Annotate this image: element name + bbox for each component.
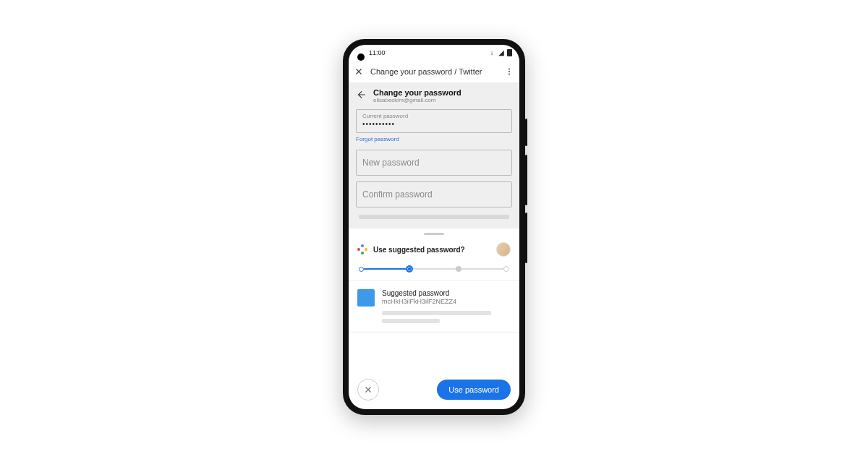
- wifi-icon: [488, 50, 495, 56]
- step-node-2-gear-icon: [406, 265, 413, 273]
- assistant-logo-icon: [357, 244, 367, 254]
- drag-handle[interactable]: [424, 233, 444, 235]
- volume-up-button[interactable]: [525, 155, 527, 205]
- use-password-button[interactable]: Use password: [437, 380, 511, 400]
- current-password-field[interactable]: Current password ••••••••••: [356, 109, 512, 133]
- svg-point-0: [509, 69, 510, 70]
- progress-steps: [349, 262, 519, 280]
- content-skeleton: [359, 215, 509, 219]
- sheet-footer: Use password: [349, 372, 519, 409]
- phone-frame: 11:00 Change your password / Twitter: [343, 39, 525, 415]
- assistant-prompt-row: Use suggested password?: [349, 239, 519, 262]
- page-title: Change your password: [373, 88, 461, 97]
- suggested-password-label: Suggested password: [382, 289, 511, 297]
- assistant-prompt: Use suggested password?: [373, 246, 490, 254]
- forgot-password-link[interactable]: Forgot password: [356, 136, 512, 142]
- more-options-icon[interactable]: [505, 67, 514, 77]
- screen: 11:00 Change your password / Twitter: [349, 45, 519, 409]
- password-form: Change your password elisabeckim@gmail.c…: [349, 82, 519, 228]
- front-camera: [357, 53, 365, 61]
- text-skeleton: [382, 319, 440, 323]
- clock: 11:00: [369, 49, 386, 56]
- signal-icon: [498, 50, 505, 56]
- text-skeleton: [382, 311, 491, 315]
- new-password-field[interactable]: New password: [356, 150, 512, 176]
- close-icon[interactable]: [354, 67, 363, 76]
- step-node-4-check-icon: [503, 266, 509, 272]
- step-node-3-key-icon: [456, 266, 461, 272]
- battery-icon: [507, 49, 512, 56]
- confirm-password-field[interactable]: Confirm password: [356, 181, 512, 207]
- power-button[interactable]: [525, 119, 527, 146]
- current-password-value: ••••••••••: [362, 119, 506, 128]
- step-node-1: [359, 267, 364, 272]
- suggested-password-card[interactable]: Suggested password mcHkH3ilFkH3ilF2NEZZ4: [349, 280, 519, 332]
- appbar-title: Change your password / Twitter: [370, 67, 498, 76]
- assistant-sheet: Use suggested password? Suggested passwo…: [349, 228, 519, 333]
- back-arrow-icon[interactable]: [356, 90, 366, 103]
- app-bar: Change your password / Twitter: [349, 61, 519, 82]
- site-icon: [357, 289, 375, 307]
- current-password-label: Current password: [362, 113, 506, 119]
- suggested-password-value: mcHkH3ilFkH3ilF2NEZZ4: [382, 298, 511, 305]
- status-bar: 11:00: [349, 45, 519, 61]
- avatar[interactable]: [496, 242, 511, 257]
- volume-down-button[interactable]: [525, 213, 527, 263]
- dismiss-button[interactable]: [357, 379, 379, 401]
- svg-point-1: [509, 71, 510, 72]
- account-email: elisabeckim@gmail.com: [373, 97, 461, 103]
- svg-point-2: [509, 74, 510, 75]
- status-icons: [488, 49, 512, 56]
- page-header: Change your password elisabeckim@gmail.c…: [356, 88, 512, 103]
